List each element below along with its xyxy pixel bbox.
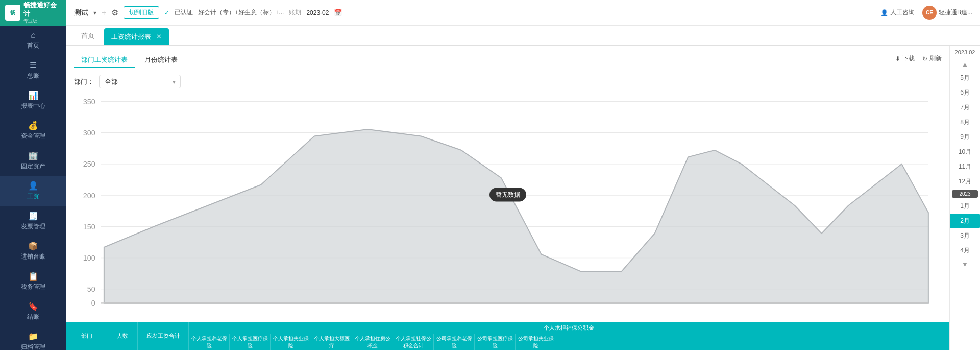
tab-salary-report[interactable]: 工资统计报表 ✕ bbox=[104, 28, 169, 45]
sub-tab-bar: 部门工资统计表 月份统计表 ⬇ 下载 ↻ 刷新 bbox=[66, 46, 949, 68]
settings-gear-icon[interactable]: ⚙ bbox=[111, 8, 118, 17]
month-8[interactable]: 8月 bbox=[950, 115, 980, 130]
period-label: 账期 bbox=[289, 8, 301, 17]
dept-select[interactable]: 全部 bbox=[99, 75, 181, 88]
sidebar-item-label: 税务管理 bbox=[21, 283, 45, 291]
group-cells: 个人承担养老保险 个人承担医疗保险 个人承担失业保险 个人承担大额医疗 个人承担 bbox=[189, 334, 949, 350]
funds-icon: 💰 bbox=[28, 121, 38, 130]
sidebar-item-home[interactable]: ⌂ 首页 bbox=[0, 26, 66, 55]
col-personal-large-medical: 个人承担大额医疗 bbox=[311, 334, 352, 350]
col-company-unemployment: 公司承担失业保险 bbox=[516, 334, 556, 350]
main-area: 测试 ▾ + ⚙ 切到旧版 ✓ 已认证 好会计（专）+好生意（标）+... 账期… bbox=[66, 0, 980, 350]
salary-icon: 👤 bbox=[28, 181, 38, 191]
archive-icon: 📁 bbox=[28, 332, 38, 341]
user-avatar: CE bbox=[922, 6, 937, 20]
month-12[interactable]: 12月 bbox=[950, 174, 980, 189]
stock-icon: 📦 bbox=[28, 241, 38, 251]
col-personal-medical: 个人承担医疗保险 bbox=[230, 334, 271, 350]
sidebar-item-label: 固定资产 bbox=[21, 162, 45, 171]
chart-area: 350 300 250 200 150 100 50 0 bbox=[66, 95, 949, 322]
logo-icon: 畅 bbox=[5, 5, 20, 21]
service-btn[interactable]: 👤 人工咨询 bbox=[880, 8, 915, 17]
svg-text:150: 150 bbox=[83, 222, 95, 230]
sidebar-item-salary[interactable]: 👤 工资 bbox=[0, 176, 66, 206]
topbar-right: 👤 人工咨询 CE 轻捷通B追... bbox=[880, 6, 972, 20]
user-label: 轻捷通B追... bbox=[939, 8, 972, 17]
assets-icon: 🏢 bbox=[28, 151, 38, 160]
sub-tab-actions: ⬇ 下载 ↻ 刷新 bbox=[895, 54, 942, 66]
nav-down-arrow[interactable]: ▼ bbox=[960, 258, 971, 270]
col-count: 人数 bbox=[107, 322, 138, 350]
user-menu[interactable]: CE 轻捷通B追... bbox=[922, 6, 972, 20]
tab-bar: 首页 工资统计报表 ✕ bbox=[66, 26, 980, 46]
month-6[interactable]: 6月 bbox=[950, 85, 980, 100]
project-dropdown[interactable]: ▾ bbox=[93, 9, 96, 16]
current-year-label[interactable]: 2023.02 bbox=[950, 46, 980, 58]
sidebar-item-ledger[interactable]: ☰ 总账 bbox=[0, 55, 66, 85]
download-icon: ⬇ bbox=[895, 55, 900, 62]
invoice-icon: 🧾 bbox=[28, 211, 38, 221]
month-1[interactable]: 1月 bbox=[950, 199, 980, 214]
sidebar-item-label: 总账 bbox=[27, 72, 39, 80]
period-value: 2023-02 bbox=[306, 9, 329, 16]
year-2023-label: 2023 bbox=[952, 190, 978, 198]
col-personal-pension: 个人承担养老保险 bbox=[189, 334, 230, 350]
sub-tab-monthly[interactable]: 月份统计表 bbox=[137, 52, 185, 68]
sidebar-item-label: 报表中心 bbox=[21, 102, 45, 110]
col-personal-total: 个人承担社保公积金合计 bbox=[393, 334, 434, 350]
topbar-separator: + bbox=[102, 8, 106, 17]
month-4[interactable]: 4月 bbox=[950, 243, 980, 258]
svg-text:50: 50 bbox=[87, 285, 95, 293]
month-9[interactable]: 9月 bbox=[950, 130, 980, 145]
topbar: 测试 ▾ + ⚙ 切到旧版 ✓ 已认证 好会计（专）+好生意（标）+... 账期… bbox=[66, 0, 980, 26]
sidebar-item-label: 归档管理 bbox=[21, 343, 45, 350]
sidebar-item-label: 工资 bbox=[27, 192, 39, 201]
sidebar-item-label: 结账 bbox=[27, 313, 39, 321]
svg-text:300: 300 bbox=[83, 129, 95, 137]
refresh-btn[interactable]: ↻ 刷新 bbox=[922, 54, 942, 63]
col-personal-unemployment: 个人承担失业保险 bbox=[271, 334, 311, 350]
sidebar-item-label: 进销台账 bbox=[21, 252, 45, 261]
month-10[interactable]: 10月 bbox=[950, 145, 980, 159]
sidebar-item-label: 首页 bbox=[27, 41, 39, 50]
sidebar-item-reports[interactable]: 📊 报表中心 bbox=[0, 85, 66, 115]
sub-tab-dept[interactable]: 部门工资统计表 bbox=[74, 52, 135, 68]
tab-close-icon[interactable]: ✕ bbox=[156, 33, 162, 40]
switch-old-btn[interactable]: 切到旧版 bbox=[124, 6, 159, 19]
svg-text:0: 0 bbox=[91, 299, 95, 307]
inner-content: 部门工资统计表 月份统计表 ⬇ 下载 ↻ 刷新 bbox=[66, 46, 949, 350]
nav-up-arrow[interactable]: ▲ bbox=[960, 58, 971, 71]
sidebar-item-tax[interactable]: 📋 税务管理 bbox=[0, 266, 66, 296]
month-5[interactable]: 5月 bbox=[950, 71, 980, 85]
sidebar-item-funds[interactable]: 💰 资金管理 bbox=[0, 115, 66, 146]
svg-text:100: 100 bbox=[83, 254, 95, 262]
page-content: 部门工资统计表 月份统计表 ⬇ 下载 ↻ 刷新 bbox=[66, 46, 980, 350]
group-label: 个人承担社保公积金 bbox=[189, 322, 949, 334]
col-group-personal: 个人承担社保公积金 个人承担养老保险 个人承担医疗保险 个人承担失业保险 个人承… bbox=[189, 322, 949, 350]
checkout-icon: 🔖 bbox=[28, 301, 38, 311]
calendar-icon[interactable]: 📅 bbox=[334, 9, 342, 16]
sidebar-item-invoice[interactable]: 🧾 发票管理 bbox=[0, 206, 66, 236]
col-dept: 部门 bbox=[66, 322, 107, 350]
month-3[interactable]: 3月 bbox=[950, 228, 980, 243]
dept-select-wrap: 全部 bbox=[99, 75, 181, 88]
logo-text: 畅捷通好会计 专业版 bbox=[23, 1, 61, 24]
product-tags: 好会计（专）+好生意（标）+... bbox=[198, 8, 284, 17]
sidebar-item-archive[interactable]: 📁 归档管理 bbox=[0, 326, 66, 350]
sidebar-item-stock[interactable]: 📦 进销台账 bbox=[0, 236, 66, 266]
download-btn[interactable]: ⬇ 下载 bbox=[895, 54, 915, 63]
month-2-active[interactable]: 2月 bbox=[950, 214, 980, 228]
month-11[interactable]: 11月 bbox=[950, 159, 980, 174]
sidebar-item-checkout[interactable]: 🔖 结账 bbox=[0, 296, 66, 326]
ledger-icon: ☰ bbox=[30, 60, 37, 70]
project-name: 测试 bbox=[74, 8, 88, 17]
col-personal-housing-fund: 个人承担住房公积金 bbox=[352, 334, 393, 350]
table-header: 部门 人数 应发工资合计 个人承担社保公积金 个人承担养老保险 bbox=[66, 322, 949, 350]
date-panel: 2023.02 ▲ 5月 6月 7月 8月 9月 10月 11月 12月 202… bbox=[949, 46, 980, 350]
svg-text:200: 200 bbox=[83, 191, 95, 199]
sidebar-item-assets[interactable]: 🏢 固定资产 bbox=[0, 146, 66, 176]
tab-home[interactable]: 首页 bbox=[74, 27, 102, 45]
refresh-icon: ↻ bbox=[922, 55, 927, 62]
col-company-medical: 公司承担医疗保险 bbox=[475, 334, 516, 350]
month-7[interactable]: 7月 bbox=[950, 100, 980, 115]
